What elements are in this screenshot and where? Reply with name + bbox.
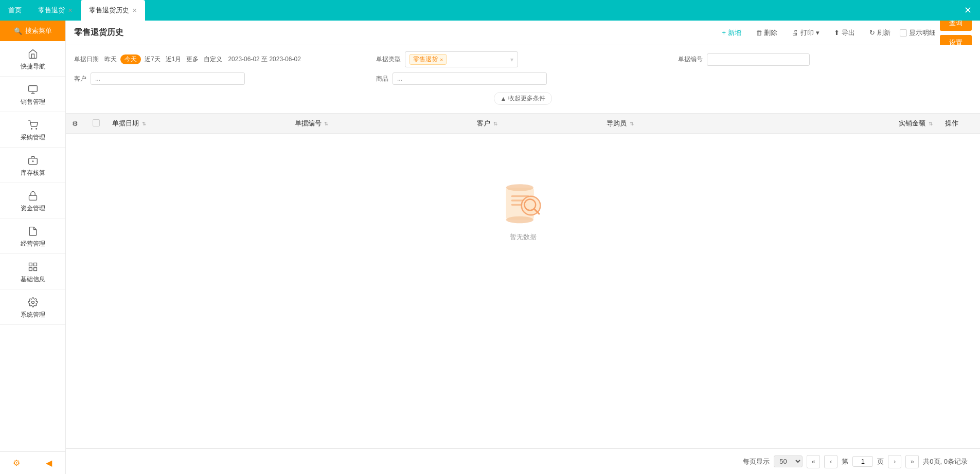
sidebar-item-operations[interactable]: 经营管理: [0, 218, 65, 254]
date-btn-7days[interactable]: 近7天: [143, 54, 162, 64]
sidebar-search[interactable]: 🔍 搜索菜单: [0, 21, 65, 41]
export-button[interactable]: ⬆ 导出: [829, 26, 860, 40]
doc-number-filter-group: 单据编号: [678, 53, 972, 66]
sidebar-settings-btn[interactable]: ⚙: [0, 452, 33, 474]
sort-icon-guide: ⇅: [630, 121, 634, 126]
th-settings[interactable]: ⚙: [66, 114, 86, 134]
th-checkbox[interactable]: [86, 114, 106, 134]
display-label: 显示明细: [909, 28, 936, 38]
close-retail-return-history-icon[interactable]: ✕: [132, 7, 137, 14]
display-checkbox[interactable]: [900, 29, 907, 37]
filter-area: 单据日期 昨天 今天 近7天 近1月 更多 自定义 2023-06-02 至 2…: [66, 45, 980, 114]
customer-select[interactable]: ...: [91, 72, 245, 85]
doc-number-label: 单据编号: [678, 55, 703, 64]
header-checkbox[interactable]: [93, 119, 100, 126]
query-button[interactable]: 查询: [940, 21, 972, 31]
date-btn-more[interactable]: 更多: [185, 54, 200, 64]
doc-number-input[interactable]: [707, 53, 810, 66]
sidebar-item-purchase[interactable]: 采购管理: [0, 112, 65, 148]
th-ops: 操作: [939, 114, 980, 134]
delete-button[interactable]: 🗑 删除: [751, 26, 783, 40]
date-buttons: 昨天 今天 近7天 近1月 更多 自定义: [103, 54, 224, 64]
tab-retail-return-history[interactable]: 零售退货历史 ✕: [81, 0, 145, 21]
tab-home[interactable]: 首页: [0, 0, 30, 21]
filter-row-1: 单据日期 昨天 今天 近7天 近1月 更多 自定义 2023-06-02 至 2…: [74, 51, 972, 67]
topbar-right: ✕: [964, 5, 980, 16]
goods-select[interactable]: ...: [393, 72, 547, 85]
goods-label: 商品: [376, 75, 388, 83]
page-size-select[interactable]: 50 20 100: [774, 455, 803, 467]
page-header: 零售退货历史 + 新增 🗑 删除 🖨 🖨 打印 打印 ▾ ⬆ 导出 ↻ 刷新: [66, 21, 980, 45]
date-btn-today[interactable]: 今天: [120, 54, 141, 64]
export-icon: ⬆: [834, 29, 840, 37]
sidebar-item-finance[interactable]: 资金管理: [0, 183, 65, 218]
sidebar: 🔍 搜索菜单 快捷导航 销售管理 采购管理 库存核算: [0, 21, 66, 474]
date-btn-1month[interactable]: 近1月: [164, 54, 183, 64]
doc-type-select-arrow: ▾: [510, 56, 513, 63]
refresh-icon: ↻: [869, 29, 875, 37]
search-icon: 🔍: [14, 27, 22, 35]
page-title: 零售退货历史: [74, 27, 717, 38]
sidebar-item-label: 资金管理: [21, 204, 45, 213]
top-bar: 首页 零售退货 ✕ 零售退货历史 ✕ ✕: [0, 0, 980, 21]
page-input[interactable]: [852, 456, 873, 467]
go-label2: 页: [877, 457, 884, 466]
next-page-btn[interactable]: ›: [888, 455, 901, 468]
tab-retail-return-label: 零售退货: [38, 6, 65, 15]
print-button[interactable]: 🖨 🖨 打印 打印 ▾: [787, 26, 825, 40]
last-page-btn[interactable]: »: [905, 455, 919, 468]
sidebar-item-system[interactable]: 系统管理: [0, 289, 65, 325]
empty-state: 暂无数据: [66, 134, 980, 283]
print-icon: 🖨: [792, 29, 798, 37]
customer-dots: ...: [95, 75, 100, 82]
inventory-icon: [27, 155, 39, 166]
th-guide[interactable]: 导购员 ⇅: [600, 114, 756, 134]
doc-type-select[interactable]: 零售退货 × ▾: [405, 51, 518, 67]
window-close-btn[interactable]: ✕: [964, 5, 972, 16]
date-btn-custom[interactable]: 自定义: [202, 54, 224, 64]
data-table: ⚙ 单据日期 ⇅ 单据编号 ⇅: [66, 114, 980, 283]
sidebar-item-label: 经营管理: [21, 240, 45, 248]
date-filter-group: 单据日期 昨天 今天 近7天 近1月 更多 自定义 2023-06-02 至 2…: [74, 54, 368, 64]
goods-filter-group: 商品 ...: [376, 72, 670, 85]
th-doc-number[interactable]: 单据编号 ⇅: [289, 114, 471, 134]
th-amount[interactable]: 实销金额 ⇅: [756, 114, 939, 134]
sidebar-item-inventory[interactable]: 库存核算: [0, 148, 65, 183]
display-toggle[interactable]: 显示明细: [900, 28, 936, 38]
collapse-button[interactable]: ▲ 收起更多条件: [494, 92, 553, 105]
sidebar-item-label: 系统管理: [21, 311, 45, 319]
sidebar-item-sales[interactable]: 销售管理: [0, 77, 65, 112]
sort-icon-customer: ⇅: [493, 121, 497, 126]
sidebar-item-label: 基础信息: [21, 275, 45, 284]
date-btn-yesterday[interactable]: 昨天: [103, 54, 118, 64]
sidebar-collapse-btn[interactable]: ◀: [33, 452, 66, 474]
sidebar-item-basic-info[interactable]: 基础信息: [0, 254, 65, 289]
finance-icon: [27, 190, 39, 202]
doc-type-tag-text: 零售退货: [413, 55, 438, 64]
sidebar-item-label: 快捷导航: [21, 62, 45, 71]
new-button[interactable]: + 新增: [717, 26, 746, 40]
doc-type-tag-close[interactable]: ×: [440, 57, 443, 63]
sidebar-item-quick-nav[interactable]: 快捷导航: [0, 41, 65, 77]
doc-type-tag-container: 零售退货 ×: [409, 54, 447, 65]
close-retail-return-icon[interactable]: ✕: [68, 7, 73, 14]
filter-row-2: 客户 ... 商品 ...: [74, 72, 972, 85]
sidebar-item-label: 库存核算: [21, 169, 45, 177]
svg-rect-12: [29, 268, 32, 271]
prev-page-btn[interactable]: ‹: [824, 455, 838, 468]
table-area: ⚙ 单据日期 ⇅ 单据编号 ⇅: [66, 114, 980, 448]
doc-type-label: 单据类型: [376, 55, 401, 64]
sidebar-settings-icon: ⚙: [13, 458, 20, 468]
svg-point-21: [506, 184, 533, 191]
doc-type-tag: 零售退货 ×: [409, 54, 447, 65]
go-label: 第: [842, 457, 848, 466]
first-page-btn[interactable]: «: [807, 455, 820, 468]
th-customer[interactable]: 客户 ⇅: [471, 114, 600, 134]
refresh-button[interactable]: ↻ 刷新: [864, 26, 896, 40]
customer-label: 客户: [74, 75, 86, 83]
date-range-display: 2023-06-02 至 2023-06-02: [228, 55, 300, 64]
th-doc-date[interactable]: 单据日期 ⇅: [106, 114, 289, 134]
tab-retail-return[interactable]: 零售退货 ✕: [30, 0, 81, 21]
settings-icon: ⚙: [72, 120, 78, 127]
sort-icon-doc-number: ⇅: [324, 121, 328, 126]
